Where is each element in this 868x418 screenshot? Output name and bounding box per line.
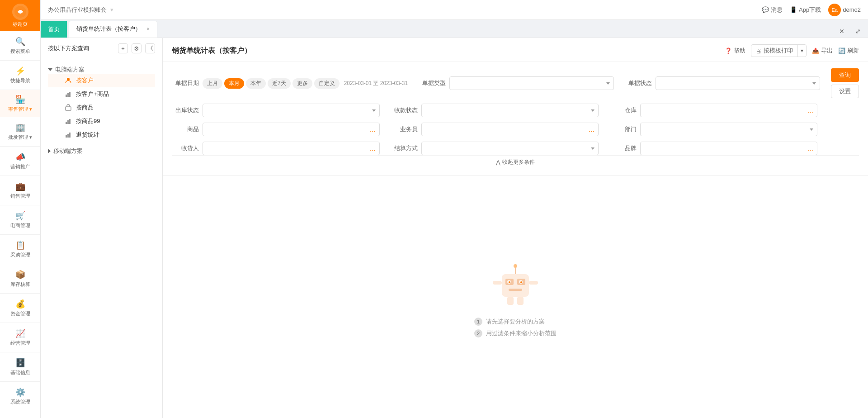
query-btn[interactable]: 查询 xyxy=(831,68,859,82)
nav-sales[interactable]: 💼 销售管理 xyxy=(0,176,40,205)
scheme-label-by-customer: 按客户 xyxy=(76,76,94,85)
svg-point-1 xyxy=(19,10,22,13)
payment-status-select[interactable] xyxy=(421,104,599,117)
svg-rect-24 xyxy=(529,281,538,285)
tab-close-btn[interactable]: × xyxy=(146,26,150,32)
nav-system[interactable]: ⚙️ 系统管理 xyxy=(0,382,40,411)
warehouse-dots[interactable]: ... xyxy=(807,106,813,114)
out-status-field: 出库状态 xyxy=(172,104,380,117)
brand-select[interactable]: ... xyxy=(640,142,817,155)
tab-home[interactable]: 首页 xyxy=(41,21,67,38)
nav-marketing[interactable]: 📣 营销推广 xyxy=(0,147,40,176)
svg-rect-12 xyxy=(69,133,71,138)
scheme-label-return-stat: 退货统计 xyxy=(76,131,99,139)
salesperson-dots[interactable]: ... xyxy=(589,125,594,133)
export-btn[interactable]: 📤 导出 xyxy=(812,47,833,55)
nav-icon: ⚡ xyxy=(15,66,25,76)
nav-enterprise[interactable]: 🤝 企业协同 xyxy=(0,411,40,418)
export-icon: 📤 xyxy=(812,48,819,54)
doc-status-select[interactable] xyxy=(656,76,820,90)
nav-search[interactable]: 🔍 搜索菜单 xyxy=(0,31,40,61)
salesperson-field: 业务员 ... xyxy=(391,123,599,136)
breadcrumb: 办公用品行业模拟账套 xyxy=(48,6,107,14)
tab-bar-actions: ✕ ⤢ xyxy=(835,25,868,38)
settings-scheme-btn[interactable]: ⚙ xyxy=(132,43,142,53)
date-btn-this-month[interactable]: 本月 xyxy=(224,78,244,89)
nav-marketing-label: 营销推广 xyxy=(10,163,30,170)
logo-icon xyxy=(12,4,28,20)
nav-purchase[interactable]: 📋 采购管理 xyxy=(0,235,40,264)
scheme-item-return-stat[interactable]: 退货统计 xyxy=(48,128,155,142)
recipient-field: 收货人 ... xyxy=(172,142,380,155)
scheme-label-by-goods-99: 按商品99 xyxy=(76,117,100,125)
nav-quick[interactable]: ⚡ 快捷导航 xyxy=(0,61,40,90)
nav-retail[interactable]: 🏪 零售管理 ▾ xyxy=(0,90,40,117)
nav-basic[interactable]: 🗄️ 基础信息 xyxy=(0,352,40,382)
recipient-select[interactable]: ... xyxy=(203,142,380,155)
date-btn-custom[interactable]: 自定义 xyxy=(314,78,340,89)
nav-operations[interactable]: 📈 经营管理 xyxy=(0,323,40,352)
help-btn[interactable]: ❓ 帮助 xyxy=(725,47,745,55)
scheme-label-by-goods: 按商品 xyxy=(76,104,94,112)
date-btn-more[interactable]: 更多 xyxy=(292,78,312,89)
app-download-btn[interactable]: 📱 App下载 xyxy=(790,6,821,14)
nav-finance[interactable]: 💰 资金管理 xyxy=(0,294,40,323)
logo-text: 标题页 xyxy=(13,21,28,28)
collapse-btn[interactable]: ⋀ 收起更多条件 xyxy=(172,155,859,169)
out-status-select[interactable] xyxy=(203,104,380,117)
scheme-section: 电脑端方案 按客户 按客户+商品 xyxy=(41,59,162,162)
nav-ecommerce-label: 电商管理 xyxy=(10,222,30,229)
template-print-area: 🖨 按模板打印 ▾ xyxy=(751,44,807,57)
tab-restore-btn[interactable]: ⤢ xyxy=(852,25,864,38)
date-range: 2023-03-01 至 2023-03-31 xyxy=(344,80,408,87)
doc-type-select[interactable] xyxy=(449,76,614,90)
nav-ecommerce[interactable]: 🛒 电商管理 xyxy=(0,205,40,235)
add-scheme-btn[interactable]: + xyxy=(118,43,128,53)
goods-label: 商品 xyxy=(172,125,199,133)
svg-rect-7 xyxy=(66,122,67,124)
goods-select[interactable]: ... xyxy=(203,123,380,136)
date-btn-last-month[interactable]: 上月 xyxy=(203,78,222,89)
scheme-item-by-goods[interactable]: 按商品 xyxy=(48,101,155,114)
message-btn[interactable]: 💬 消息 xyxy=(762,6,783,14)
warehouse-field: 仓库 ... xyxy=(609,104,817,117)
date-btn-last-7-days[interactable]: 近7天 xyxy=(268,78,291,89)
warehouse-select[interactable]: ... xyxy=(640,104,817,117)
scheme-item-by-goods-99[interactable]: 按商品99 xyxy=(48,114,155,128)
logo-area[interactable]: 标题页 xyxy=(0,0,40,31)
svg-rect-10 xyxy=(66,135,67,138)
dept-select[interactable] xyxy=(640,123,817,136)
tab-close-window-btn[interactable]: ✕ xyxy=(835,25,848,38)
help-icon: ❓ xyxy=(725,48,732,54)
basic-icon: 🗄️ xyxy=(15,358,25,368)
tab-sales-stat[interactable]: 销货单统计表（按客户） × xyxy=(69,21,157,38)
tab-sales-stat-label: 销货单统计表（按客户） xyxy=(76,25,141,33)
refresh-btn[interactable]: 🔄 刷新 xyxy=(838,47,859,55)
right-content: 销货单统计表（按客户） ❓ 帮助 🖨 按模板打印 ▾ 📤 xyxy=(163,38,868,418)
recipient-dots[interactable]: ... xyxy=(370,144,376,152)
help-label: 帮助 xyxy=(734,47,745,55)
date-btn-this-year[interactable]: 本年 xyxy=(246,78,266,89)
template-print-dropdown-btn[interactable]: ▾ xyxy=(798,46,806,56)
payment-status-arrow xyxy=(591,109,594,112)
salesperson-select[interactable]: ... xyxy=(421,123,599,136)
scheme-label-by-customer-goods: 按客户+商品 xyxy=(76,90,109,98)
scheme-group-header-desktop[interactable]: 电脑端方案 xyxy=(48,66,155,74)
nav-inventory[interactable]: 📦 库存核算 xyxy=(0,264,40,294)
collapse-panel-btn[interactable]: 《 xyxy=(145,43,155,53)
svg-rect-13 xyxy=(502,274,529,297)
scheme-item-by-customer-goods[interactable]: 按客户+商品 xyxy=(48,87,155,101)
settlement-select[interactable] xyxy=(421,142,599,155)
settings-btn[interactable]: 设置 xyxy=(831,85,859,98)
scheme-group-header-mobile[interactable]: 移动端方案 xyxy=(48,147,155,155)
goods-dots[interactable]: ... xyxy=(370,125,376,133)
svg-rect-9 xyxy=(69,119,71,124)
scheme-item-by-customer[interactable]: 按客户 xyxy=(48,74,155,87)
nav-wholesale[interactable]: 🏢 批发管理 ▾ xyxy=(0,117,40,147)
template-print-btn[interactable]: 🖨 按模板打印 xyxy=(751,45,798,57)
nav-search-label: 搜索菜单 xyxy=(10,48,30,55)
operations-icon: 📈 xyxy=(15,328,25,338)
sales-icon: 💼 xyxy=(15,181,25,191)
brand-dots[interactable]: ... xyxy=(807,144,813,152)
user-area[interactable]: Ea demo2 xyxy=(828,4,861,16)
